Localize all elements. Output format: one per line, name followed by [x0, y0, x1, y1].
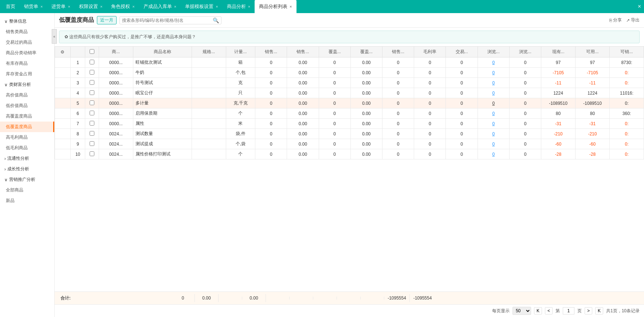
col-settings[interactable]: ⚙: [55, 47, 71, 58]
nav-tab-analysis-list[interactable]: 商品分析列表 ×: [255, 0, 296, 13]
row-browse1[interactable]: 0: [478, 98, 509, 108]
sidebar-item-sales-goods[interactable]: 销售类商品: [0, 27, 54, 37]
search-icon[interactable]: 🔍: [213, 17, 219, 23]
last-page-button[interactable]: K: [595, 307, 603, 314]
nav-tab-template[interactable]: 单据模板设置 ×: [181, 0, 222, 13]
row-select-checkbox[interactable]: [90, 111, 94, 115]
col-unit[interactable]: 计量...: [226, 47, 255, 58]
page-number-input[interactable]: [563, 307, 574, 314]
nav-tab-roles[interactable]: 角色授权 ×: [107, 0, 139, 13]
row-browse1[interactable]: 0: [478, 139, 509, 149]
col-available[interactable]: 可用...: [576, 47, 610, 58]
sidebar-item-low-value[interactable]: 低价值商品: [0, 100, 54, 111]
next-page-button[interactable]: >: [585, 307, 592, 314]
row-select-checkbox[interactable]: [90, 60, 94, 64]
row-browse1[interactable]: 0: [478, 129, 509, 139]
row-checkbox[interactable]: [85, 98, 99, 108]
sidebar-group-wealth[interactable]: ∨ 类财富分析: [0, 79, 54, 90]
sidebar-group-growth[interactable]: › 成长性分析: [0, 164, 54, 174]
col-browse1[interactable]: 浏览...: [478, 47, 509, 58]
close-stock-icon[interactable]: ×: [174, 0, 176, 13]
col-spec[interactable]: 规格...: [192, 47, 226, 58]
row-select-checkbox[interactable]: [90, 151, 94, 156]
row-name: 多计量: [133, 98, 192, 108]
col-sellable[interactable]: 可销...: [609, 47, 644, 58]
sidebar-item-in-stock[interactable]: 有库存商品: [0, 58, 54, 69]
row-select-checkbox[interactable]: [90, 121, 94, 126]
row-checkbox[interactable]: [85, 149, 99, 159]
select-all-checkbox[interactable]: [90, 49, 94, 54]
sidebar-item-low-coverage[interactable]: 低覆盖度商品: [0, 122, 54, 132]
sidebar-collapse-button[interactable]: «: [52, 29, 55, 44]
col-browse2[interactable]: 浏览...: [509, 47, 541, 58]
row-select-checkbox[interactable]: [90, 131, 94, 136]
row-select-checkbox[interactable]: [90, 70, 94, 75]
table-wrapper[interactable]: ⚙ 商... 商品名称 规格... 计量... 销售... 销售... 覆盖..…: [55, 46, 644, 292]
nav-tab-permissions[interactable]: 权限设置 ×: [75, 0, 107, 13]
sidebar-item-inventory-capital[interactable]: 库存资金占用: [0, 69, 54, 79]
close-purchase-icon[interactable]: ×: [68, 0, 70, 13]
row-browse1[interactable]: 0: [478, 78, 509, 88]
col-sales2[interactable]: 销售...: [382, 47, 414, 58]
sidebar-group-circulation[interactable]: › 流通性分析: [0, 153, 54, 164]
col-code[interactable]: 商...: [99, 47, 133, 58]
sidebar-item-all-goods[interactable]: 全部商品: [0, 185, 54, 195]
col-gross-rate[interactable]: 毛利率: [414, 47, 446, 58]
col-name[interactable]: 商品名称: [133, 47, 192, 58]
row-select-checkbox[interactable]: [90, 141, 94, 146]
row-checkbox[interactable]: [85, 58, 99, 68]
close-permissions-icon[interactable]: ×: [100, 0, 102, 13]
row-checkbox[interactable]: [85, 108, 99, 119]
row-browse1[interactable]: 0: [478, 149, 509, 159]
col-cover2[interactable]: 覆盖...: [350, 47, 382, 58]
sidebar-item-high-coverage[interactable]: 高覆盖度商品: [0, 111, 54, 122]
search-input[interactable]: [122, 18, 211, 23]
sidebar-group-general[interactable]: ∨ 整体信息: [0, 16, 54, 27]
col-sales-qty[interactable]: 销售...: [255, 47, 287, 58]
row-browse1[interactable]: 0: [478, 58, 509, 68]
sidebar-item-category-rate[interactable]: 商品分类动销率: [0, 48, 54, 58]
close-template-icon[interactable]: ×: [216, 0, 218, 13]
row-spec: [192, 88, 226, 98]
close-roles-icon[interactable]: ×: [132, 0, 134, 13]
row-select-checkbox[interactable]: [90, 100, 94, 105]
col-trans[interactable]: 交易...: [446, 47, 478, 58]
close-all-tabs-button[interactable]: ×: [638, 3, 641, 10]
row-checkbox[interactable]: [85, 119, 99, 129]
export-button[interactable]: ↗ 导出: [626, 17, 640, 23]
share-button[interactable]: ⎘ 分享: [609, 17, 622, 23]
nav-tab-home[interactable]: 首页: [1, 0, 20, 13]
sidebar-group-marketing[interactable]: ∨ 营销推广分析: [0, 174, 54, 185]
nav-tab-sales[interactable]: 销货单 ×: [20, 0, 47, 13]
sidebar-item-high-margin[interactable]: 高毛利商品: [0, 132, 54, 143]
page-size-select[interactable]: 50 100 200: [513, 307, 531, 315]
row-browse1[interactable]: 0: [478, 119, 509, 129]
close-analysis-list-icon[interactable]: ×: [290, 0, 292, 13]
row-checkbox[interactable]: [85, 78, 99, 88]
first-page-button[interactable]: K: [534, 307, 542, 314]
row-browse1[interactable]: 0: [478, 68, 509, 78]
col-checkbox[interactable]: [85, 47, 99, 58]
sidebar-item-new-goods[interactable]: 新品: [0, 195, 54, 206]
row-browse1[interactable]: 0: [478, 108, 509, 119]
col-current[interactable]: 现有...: [541, 47, 576, 58]
sidebar-item-traded-goods[interactable]: 交易过的商品: [0, 37, 54, 48]
col-cover1[interactable]: 覆盖...: [319, 47, 350, 58]
close-sales-icon[interactable]: ×: [40, 0, 43, 13]
close-analysis-icon[interactable]: ×: [248, 0, 250, 13]
prev-page-button[interactable]: <: [545, 307, 553, 314]
row-browse1[interactable]: 0: [478, 88, 509, 98]
row-checkbox[interactable]: [85, 139, 99, 149]
col-sales-amt[interactable]: 销售...: [287, 47, 319, 58]
period-badge[interactable]: 近一月: [97, 16, 117, 24]
row-checkbox[interactable]: [85, 129, 99, 139]
nav-tab-stock[interactable]: 产成品入库单 ×: [139, 0, 181, 13]
nav-tab-purchase[interactable]: 进货单 ×: [47, 0, 74, 13]
row-checkbox[interactable]: [85, 68, 99, 78]
sidebar-item-high-value[interactable]: 高价值商品: [0, 90, 54, 100]
row-select-checkbox[interactable]: [90, 80, 94, 85]
sidebar-item-low-margin[interactable]: 低毛利商品: [0, 143, 54, 153]
nav-tab-analysis[interactable]: 商品分析 ×: [223, 0, 255, 13]
row-select-checkbox[interactable]: [90, 90, 94, 95]
row-checkbox[interactable]: [85, 88, 99, 98]
